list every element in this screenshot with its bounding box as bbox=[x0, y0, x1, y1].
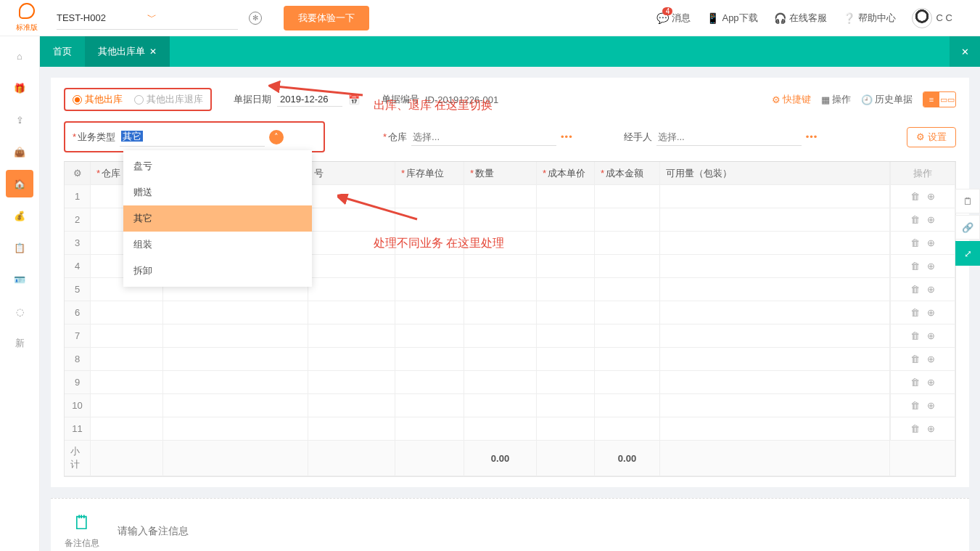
brand-logo: 标准版 bbox=[12, 3, 42, 33]
customer-service-button[interactable]: 🎧 在线客服 bbox=[774, 12, 827, 25]
user-menu[interactable]: C C bbox=[912, 8, 952, 28]
trial-button[interactable]: 我要体验一下 bbox=[284, 6, 369, 30]
edition-label: 标准版 bbox=[12, 23, 42, 33]
phone-icon: 📱 bbox=[707, 12, 719, 24]
org-name: TEST-H002 bbox=[57, 12, 147, 23]
logo-icon bbox=[19, 3, 35, 19]
chevron-down-icon: ﹀ bbox=[147, 11, 238, 24]
org-selector[interactable]: TEST-H002 ﹀ bbox=[57, 7, 238, 30]
avatar-icon bbox=[912, 8, 932, 28]
messages-button[interactable]: 💬 4 消息 bbox=[656, 12, 691, 25]
headset-icon: 🎧 bbox=[774, 12, 786, 24]
message-badge: 4 bbox=[662, 7, 672, 15]
org-settings-icon[interactable]: ✻ bbox=[249, 12, 262, 25]
app-download-button[interactable]: 📱 App下载 bbox=[707, 12, 757, 25]
help-icon: ❔ bbox=[843, 12, 855, 24]
top-bar: 标准版 TEST-H002 ﹀ ✻ 我要体验一下 💬 4 消息 📱 App下载 … bbox=[0, 0, 980, 36]
help-center-button[interactable]: ❔ 帮助中心 bbox=[843, 12, 896, 25]
